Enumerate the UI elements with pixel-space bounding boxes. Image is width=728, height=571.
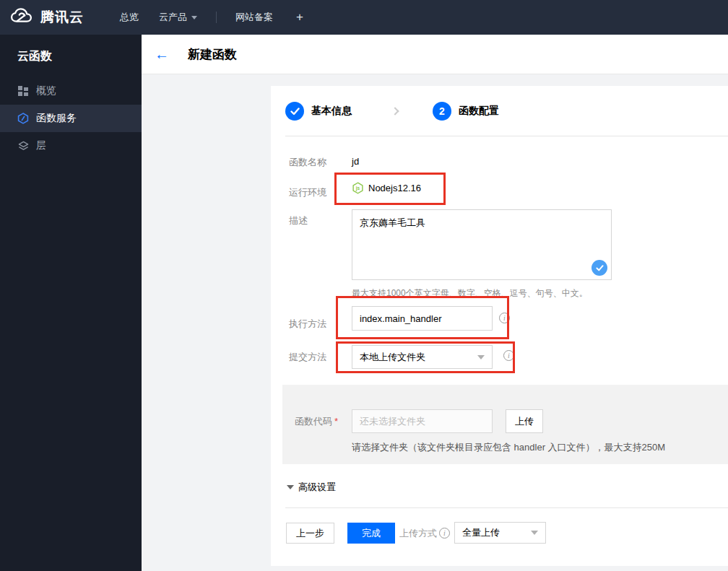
submit-method-select[interactable]: 本地上传文件夹 (352, 345, 493, 369)
nav-overview[interactable]: 总览 (120, 11, 139, 24)
divider (285, 136, 728, 136)
previous-step-button[interactable]: 上一步 (286, 523, 334, 544)
triangle-down-icon (287, 485, 294, 489)
runtime-value-text: Nodejs12.16 (368, 183, 421, 193)
check-icon (596, 265, 604, 271)
sidebar-title: 云函数 (0, 35, 142, 77)
function-code-section: 函数代码* 还未选择文件夹 上传 请选择文件夹（该文件夹根目录应包含 handl… (282, 385, 728, 464)
runtime-value: js Nodejs12.16 (352, 182, 421, 194)
function-name-value: jd (352, 156, 359, 167)
step-indicator: 基本信息 2 函数配置 (285, 102, 499, 121)
function-code-label: 函数代码* (295, 415, 338, 428)
chevron-down-icon (477, 355, 485, 359)
upload-mode-value: 全量上传 (462, 526, 500, 539)
sidebar-item-overview[interactable]: 概览 (0, 77, 142, 105)
handler-label: 执行方法 (289, 318, 326, 331)
top-navbar: 腾讯云 总览 云产品 网站备案 + (0, 0, 728, 35)
sidebar-item-layers[interactable]: 层 (0, 132, 142, 160)
upload-mode-label: 上传方式 (399, 527, 437, 540)
layers-icon (17, 140, 29, 152)
sidebar: 云函数 概览 函数服务 层 (0, 35, 142, 571)
runtime-label: 运行环境 (289, 186, 326, 199)
nav-divider (216, 12, 217, 23)
top-nav-items: 总览 云产品 网站备案 + (110, 10, 303, 25)
sidebar-item-label: 层 (36, 139, 46, 152)
function-code-hint: 请选择文件夹（该文件夹根目录应包含 handler 入口文件），最大支持250M (352, 441, 665, 454)
create-function-card: 基本信息 2 函数配置 函数名称 jd 运行环境 js Nodejs12.16 … (271, 86, 728, 566)
folder-path-display: 还未选择文件夹 (352, 409, 493, 433)
submit-method-value: 本地上传文件夹 (360, 351, 425, 364)
sidebar-item-label: 函数服务 (36, 112, 77, 125)
chevron-right-icon (391, 107, 399, 115)
step2-number-circle: 2 (433, 102, 451, 121)
svg-text:js: js (355, 186, 360, 191)
chevron-down-icon (191, 16, 197, 19)
brand-name: 腾讯云 (40, 8, 84, 27)
description-label: 描述 (289, 214, 308, 227)
description-hint: 最大支持1000个英文字母、数字、空格、逗号、句号、中文。 (352, 287, 588, 300)
submit-method-info-icon[interactable]: i (503, 350, 514, 361)
function-code-label-text: 函数代码 (295, 416, 332, 427)
required-asterisk: * (334, 416, 338, 427)
upload-button[interactable]: 上传 (506, 409, 543, 433)
page-header: ← 新建函数 (142, 35, 728, 74)
advanced-settings-toggle[interactable]: 高级设置 (287, 481, 336, 494)
tencent-cloud-logo-icon (10, 7, 35, 27)
check-icon (290, 108, 300, 115)
advanced-settings-label: 高级设置 (298, 481, 336, 494)
sidebar-item-function-service[interactable]: 函数服务 (0, 105, 142, 132)
nodejs-icon: js (352, 182, 363, 194)
brand[interactable]: 腾讯云 (10, 7, 84, 27)
back-arrow-icon[interactable]: ← (155, 46, 169, 63)
nav-cloud-products-label: 云产品 (159, 11, 187, 24)
page-title: 新建函数 (188, 46, 237, 63)
step1-label: 基本信息 (311, 105, 352, 118)
divider (285, 507, 728, 508)
handler-info-icon[interactable]: i (499, 313, 510, 323)
nav-cloud-products[interactable]: 云产品 (159, 11, 197, 24)
valid-check-badge (592, 260, 607, 276)
upload-mode-label-group: 上传方式 i (399, 523, 450, 544)
upload-mode-select[interactable]: 全量上传 (454, 522, 546, 544)
sidebar-item-label: 概览 (36, 84, 56, 97)
submit-method-label: 提交方法 (289, 351, 326, 364)
grid-icon (17, 85, 29, 97)
step2-label: 函数配置 (459, 105, 499, 118)
finish-button[interactable]: 完成 (347, 523, 395, 544)
chevron-down-icon (531, 531, 538, 535)
description-textarea[interactable]: 京东薅羊毛工具 (352, 209, 612, 280)
upload-mode-info-icon[interactable]: i (439, 528, 450, 539)
step1-done-circle (285, 102, 304, 121)
page-body: 基本信息 2 函数配置 函数名称 jd 运行环境 js Nodejs12.16 … (142, 74, 728, 571)
function-name-label: 函数名称 (289, 156, 326, 169)
add-nav-shortcut-button[interactable]: + (296, 10, 303, 25)
scf-hexagon-icon (17, 113, 29, 124)
nav-icp-filing[interactable]: 网站备案 (235, 11, 273, 24)
handler-input[interactable] (352, 306, 493, 331)
